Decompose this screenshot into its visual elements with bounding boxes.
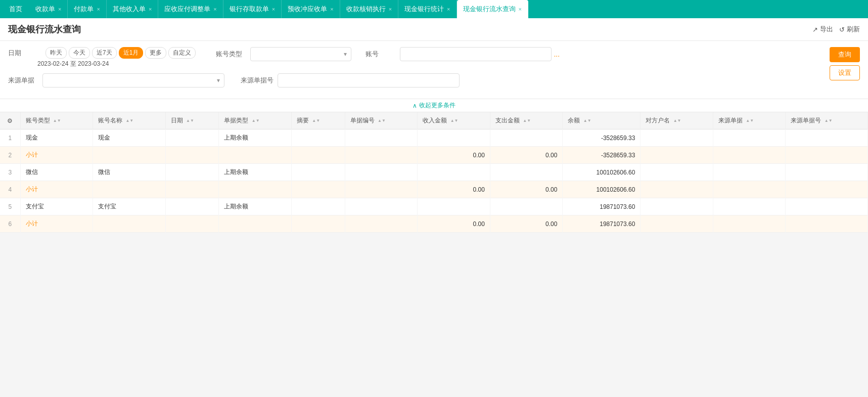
th-balance[interactable]: 余额 ▲▼ [563,112,641,129]
close-icon[interactable]: × [213,6,216,12]
th-expense[interactable]: 支出金额 ▲▼ [490,112,563,129]
nav-tab-shoudan[interactable]: 收款单 × [29,0,68,18]
source-doc-select[interactable]: ▾ [42,73,224,87]
date-btn-custom[interactable]: 自定义 [168,47,196,59]
row-number: 4 [0,181,20,198]
cell-counterpart [641,147,713,164]
cell-date [165,164,219,181]
account-type-select[interactable]: ▾ [250,47,351,61]
cell-account_type: 小计 [20,181,93,198]
th-date[interactable]: 日期 ▲▼ [165,112,219,129]
table-row: 6小计0.000.0019871073.60 [0,215,868,233]
date-btn-today[interactable]: 今天 [69,47,90,59]
cell-account_type: 现金 [20,129,93,147]
close-icon[interactable]: × [519,6,522,12]
cell-doc_type [219,215,292,233]
cell-balance: 19871073.60 [563,198,641,215]
cell-balance: 100102606.60 [563,181,641,198]
cell-income: 0.00 [418,181,490,198]
nav-tab-bank-deposit[interactable]: 银行存取款单 × [223,0,282,18]
cell-account_name: 现金 [93,129,166,147]
nav-home[interactable]: 首页 [2,0,29,18]
nav-tab-collection[interactable]: 收款核销执行 × [340,0,398,18]
collapse-label: 收起更多条件 [419,101,455,110]
date-btn-yesterday[interactable]: 昨天 [45,47,67,59]
cell-expense [490,164,563,181]
cell-income: 0.00 [418,147,490,164]
th-source-doc-no[interactable]: 来源单据号 ▲▼ [786,112,868,129]
cell-account_name [93,181,166,198]
row-number: 5 [0,198,20,215]
chevron-down-icon: ▾ [344,51,347,58]
sort-icon: ▲▼ [186,119,194,123]
cell-income [418,129,490,147]
th-summary[interactable]: 摘要 ▲▼ [291,112,345,129]
cell-doc_type [219,147,292,164]
cell-counterpart [641,215,713,233]
nav-tab-fukudan[interactable]: 付款单 × [68,0,106,18]
source-doc-label: 来源单据 [8,76,38,85]
nav-tab-prepay[interactable]: 预收冲应收单 × [282,0,340,18]
cell-doc_type [219,181,292,198]
date-btn-more[interactable]: 更多 [145,47,166,59]
cell-balance: 100102606.60 [563,164,641,181]
cell-source_doc [713,181,786,198]
export-button[interactable]: ↗ 导出 [812,25,833,34]
row-number: 1 [0,129,20,147]
cell-account_type: 小计 [20,215,93,233]
close-icon[interactable]: × [149,6,152,12]
sort-icon: ▲▼ [125,119,133,123]
cell-doc_no [345,198,418,215]
account-input[interactable] [400,47,552,61]
cell-doc_type: 上期余额 [219,198,292,215]
th-doc-type[interactable]: 单据类型 ▲▼ [219,112,292,129]
close-icon[interactable]: × [389,6,392,12]
top-nav: 首页 收款单 × 付款单 × 其他收入单 × 应收应付调整单 × 银行存取款单 … [0,0,868,18]
cell-source_doc_no [786,164,868,181]
cell-account_type: 支付宝 [20,198,93,215]
th-counterpart[interactable]: 对方户名 ▲▼ [641,112,713,129]
close-icon[interactable]: × [58,6,61,12]
source-doc-no-label: 来源单据号 [241,76,273,85]
cell-source_doc [713,147,786,164]
table-row: 4小计0.000.00100102606.60 [0,181,868,198]
nav-tab-bank-stats[interactable]: 现金银行统计 × [398,0,456,18]
close-icon[interactable]: × [272,6,275,12]
query-button[interactable]: 查询 [830,47,860,62]
date-btn-1month[interactable]: 近1月 [119,47,144,59]
cell-summary [291,181,345,198]
collapse-bar[interactable]: ∧ 收起更多条件 [0,99,868,112]
th-income[interactable]: 收入金额 ▲▼ [418,112,490,129]
table-row: 2小计0.000.00-3528659.33 [0,147,868,164]
cell-expense: 0.00 [490,215,563,233]
source-doc-no-input[interactable] [278,73,460,87]
date-btn-7days[interactable]: 近7天 [92,47,117,59]
refresh-button[interactable]: ↺ 刷新 [839,25,860,34]
cell-doc_type: 上期余额 [219,129,292,147]
cell-doc_no [345,164,418,181]
nav-tab-adjust[interactable]: 应收应付调整单 × [158,0,223,18]
nav-tab-other-income[interactable]: 其他收入单 × [107,0,158,18]
settings-button[interactable]: 设置 [830,65,860,80]
cell-account_name [93,147,166,164]
th-source-doc[interactable]: 来源单据 ▲▼ [713,112,786,129]
nav-tab-bank-flow[interactable]: 现金银行流水查询 × [457,0,528,18]
th-account-name[interactable]: 账号名称 ▲▼ [93,112,166,129]
close-icon[interactable]: × [97,6,100,12]
cell-doc_no [345,147,418,164]
account-ellipsis-btn[interactable]: ... [554,50,560,58]
th-settings[interactable]: ⚙ [0,112,20,129]
cell-source_doc [713,198,786,215]
cell-doc_type: 上期余额 [219,164,292,181]
account-label: 账号 [366,50,396,59]
th-account-type[interactable]: 账号类型 ▲▼ [20,112,93,129]
th-doc-no[interactable]: 单据编号 ▲▼ [345,112,418,129]
chevron-down-icon: ▾ [217,77,220,84]
date-range-display: 2023-02-24 至 2023-03-24 [37,60,109,67]
close-icon[interactable]: × [330,6,333,12]
close-icon[interactable]: × [447,6,450,12]
cell-account_name: 微信 [93,164,166,181]
cell-account_type: 小计 [20,147,93,164]
cell-date [165,147,219,164]
cell-date [165,181,219,198]
